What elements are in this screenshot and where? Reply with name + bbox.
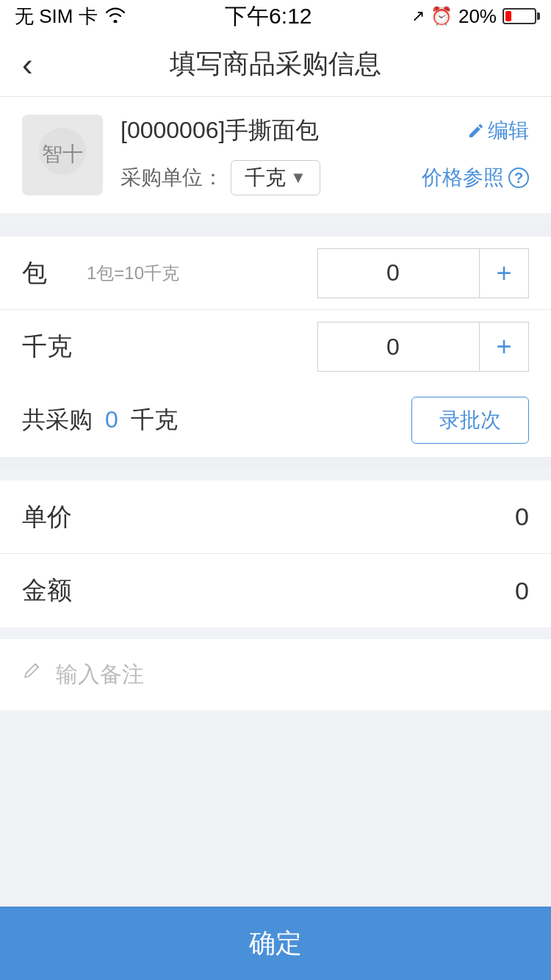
back-button[interactable]: ‹: [22, 48, 33, 81]
status-right: ↗ ⏰ 20%: [411, 5, 536, 28]
pencil-icon: [22, 661, 44, 688]
price-ref-button[interactable]: 价格参照 ?: [422, 164, 529, 192]
product-name: [0000006]手撕面包: [120, 115, 319, 147]
summary-amount: 0: [105, 406, 118, 433]
amount-row: 金额 0: [0, 554, 551, 627]
pack-input[interactable]: [317, 248, 479, 298]
unit-price-row: 单价 0: [0, 480, 551, 554]
amount-value: 0: [515, 577, 529, 605]
product-details: [0000006]手撕面包 编辑 采购单位： 千克 ▼ 价格参照 ?: [120, 115, 529, 195]
status-time: 下午6:12: [225, 1, 311, 32]
product-name-row: [0000006]手撕面包 编辑: [120, 115, 529, 147]
battery-icon: [503, 8, 536, 24]
price-ref-label: 价格参照: [422, 164, 504, 192]
purchase-unit-row: 采购单位： 千克 ▼ 价格参照 ?: [120, 160, 529, 195]
summary-prefix: 共采购: [22, 406, 93, 433]
edit-button[interactable]: 编辑: [467, 117, 529, 145]
kg-input-row: 千克 +: [0, 310, 551, 383]
product-thumbnail: 智十: [22, 115, 103, 195]
location-icon: ↗: [411, 7, 425, 26]
pack-plus-icon: +: [496, 258, 511, 289]
record-batch-label: 录批次: [439, 406, 501, 434]
kg-plus-icon: +: [496, 331, 511, 362]
notes-input[interactable]: 输入备注: [56, 660, 144, 690]
amount-label: 金额: [22, 574, 72, 608]
carrier-label: 无 SIM 卡: [15, 4, 98, 29]
unit-price-label: 单价: [22, 500, 72, 534]
pack-label: 包: [22, 256, 81, 290]
summary-unit: 千克: [131, 406, 178, 433]
content-spacer: [0, 710, 551, 857]
confirm-label: 确定: [249, 926, 302, 962]
info-section: 单价 0 金额 0: [0, 480, 551, 627]
unit-selector-wrap: 采购单位： 千克 ▼: [120, 160, 320, 195]
page-title: 填写商品采购信息: [170, 46, 381, 82]
kg-plus-button[interactable]: +: [479, 322, 529, 372]
back-icon: ‹: [22, 46, 33, 82]
dropdown-icon: ▼: [290, 168, 306, 187]
unit-label: 采购单位：: [120, 164, 223, 192]
pack-field-wrap: +: [317, 248, 529, 298]
pack-plus-button[interactable]: +: [479, 248, 529, 298]
input-section: 包 1包=10千克 + 千克 +: [0, 237, 551, 383]
confirm-button[interactable]: 确定: [0, 907, 551, 980]
help-icon: ?: [508, 167, 529, 188]
alarm-icon: ⏰: [431, 6, 453, 26]
unit-value: 千克: [245, 164, 286, 192]
record-batch-button[interactable]: 录批次: [411, 397, 529, 444]
svg-text:智十: 智十: [42, 143, 83, 165]
battery-label: 20%: [458, 5, 497, 28]
product-logo: 智十: [37, 126, 88, 184]
status-left: 无 SIM 卡: [15, 4, 126, 29]
pack-input-row: 包 1包=10千克 +: [0, 237, 551, 310]
pack-sub-label: 1包=10千克: [87, 262, 179, 285]
nav-bar: ‹ 填写商品采购信息: [0, 32, 551, 97]
summary-section: 共采购 0 千克 录批次: [0, 383, 551, 457]
product-section: 智十 [0000006]手撕面包 编辑 采购单位： 千克 ▼ 价格参照: [0, 97, 551, 213]
unit-select[interactable]: 千克 ▼: [231, 160, 320, 195]
kg-input[interactable]: [317, 322, 479, 372]
section-divider-1: [0, 225, 551, 237]
status-bar: 无 SIM 卡 下午6:12 ↗ ⏰ 20%: [0, 0, 551, 32]
section-divider-2: [0, 457, 551, 469]
unit-price-value: 0: [515, 502, 529, 531]
kg-label: 千克: [22, 330, 81, 364]
kg-field-wrap: +: [317, 322, 529, 372]
summary-text: 共采购 0 千克: [22, 404, 178, 436]
edit-label: 编辑: [488, 117, 529, 145]
wifi-icon: [105, 5, 126, 28]
notes-section[interactable]: 输入备注: [0, 639, 551, 710]
